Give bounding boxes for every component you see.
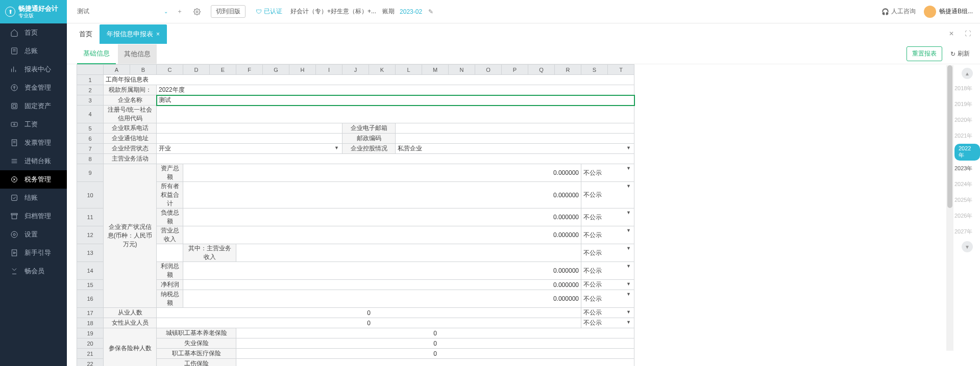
cell[interactable]: 0.000000 xyxy=(183,208,581,226)
nav-invoice[interactable]: 发票管理 xyxy=(0,134,67,152)
col-header[interactable]: M xyxy=(422,65,449,75)
publicity-select[interactable]: 不公示 xyxy=(581,262,634,280)
avatar[interactable] xyxy=(924,6,936,18)
col-header[interactable]: H xyxy=(289,65,316,75)
cell[interactable] xyxy=(396,134,634,144)
cell[interactable] xyxy=(157,154,634,164)
nav-close[interactable]: 结账 xyxy=(0,189,67,207)
publicity-select[interactable]: 不公示 xyxy=(581,280,634,290)
year-option[interactable]: 2027年 xyxy=(954,224,980,240)
col-header[interactable] xyxy=(77,65,104,75)
year-up-icon[interactable]: ▲ xyxy=(962,68,973,79)
company-name-cell[interactable]: 测试 xyxy=(157,95,634,106)
row-number[interactable]: 22 xyxy=(77,359,104,367)
row-number[interactable]: 16 xyxy=(77,290,104,308)
row-number[interactable]: 13 xyxy=(77,244,104,262)
cell[interactable] xyxy=(236,359,634,367)
year-option[interactable]: 2026年 xyxy=(954,208,980,224)
row-number[interactable]: 14 xyxy=(77,262,104,280)
cell[interactable]: 0 xyxy=(157,318,581,328)
col-header[interactable]: N xyxy=(449,65,475,75)
employees-cell[interactable]: 0 xyxy=(157,308,581,318)
close-icon[interactable]: × xyxy=(156,31,160,38)
cell[interactable]: 0.000000 xyxy=(183,182,581,208)
year-option[interactable]: 2020年 xyxy=(954,112,980,128)
col-header[interactable]: A xyxy=(104,65,130,75)
cell[interactable]: 0.000000 xyxy=(183,226,581,244)
scroll-thumb[interactable] xyxy=(947,65,952,208)
publicity-select[interactable]: 不公示 xyxy=(581,226,634,244)
cell[interactable] xyxy=(157,106,634,123)
close-all-icon[interactable]: ✕ xyxy=(944,27,959,41)
cell[interactable]: 0.000000 xyxy=(183,164,581,182)
tax-period-value[interactable]: 2022年度 xyxy=(157,85,634,95)
row-number[interactable]: 4 xyxy=(77,106,104,123)
row-number[interactable]: 5 xyxy=(77,123,104,134)
col-header[interactable]: D xyxy=(183,65,210,75)
nav-settings[interactable]: 设置 xyxy=(0,225,67,244)
tab-annual-report[interactable]: 年报信息申报表 × xyxy=(100,24,167,44)
nav-guide[interactable]: 新手引导 xyxy=(0,244,67,262)
grid[interactable]: ABCDEFGHIJKLMNOPQRST 1工商年报信息表2税款所属期间：202… xyxy=(77,64,634,366)
manual-service-button[interactable]: 🎧 人工咨询 xyxy=(881,7,916,16)
gear-icon[interactable] xyxy=(191,6,203,17)
year-option[interactable]: 2021年 xyxy=(954,128,980,144)
cell[interactable]: 0 xyxy=(236,328,634,338)
row-number[interactable]: 19 xyxy=(77,328,104,338)
cell[interactable]: 不公示 xyxy=(581,308,634,318)
cell[interactable]: 0 xyxy=(236,349,634,359)
publicity-select[interactable]: 不公示 xyxy=(581,208,634,226)
refresh-button[interactable]: ↻ 刷新 xyxy=(950,49,970,58)
nav-chart[interactable]: 报表中心 xyxy=(0,60,67,79)
row-number[interactable]: 12 xyxy=(77,226,104,244)
cell[interactable] xyxy=(236,244,581,262)
row-number[interactable]: 15 xyxy=(77,280,104,290)
col-header[interactable]: I xyxy=(316,65,342,75)
row-number[interactable]: 6 xyxy=(77,134,104,144)
reset-button[interactable]: 重置报表 xyxy=(906,46,942,61)
row-number[interactable]: 8 xyxy=(77,154,104,164)
publicity-select[interactable]: 不公示 xyxy=(581,290,634,308)
col-header[interactable]: E xyxy=(210,65,236,75)
col-header[interactable]: L xyxy=(396,65,422,75)
col-header[interactable]: B xyxy=(130,65,157,75)
col-header[interactable]: T xyxy=(608,65,634,75)
nav-vip[interactable]: 畅会员 xyxy=(0,262,67,280)
certified-badge[interactable]: 🛡 已认证 xyxy=(256,7,282,16)
subtab-other[interactable]: 其他信息 xyxy=(118,44,157,64)
year-option[interactable]: 2019年 xyxy=(954,96,980,112)
row-number[interactable]: 9 xyxy=(77,164,104,182)
row-number[interactable]: 17 xyxy=(77,308,104,318)
col-header[interactable]: G xyxy=(263,65,289,75)
row-number[interactable]: 20 xyxy=(77,338,104,349)
holding-select[interactable]: 私营企业 xyxy=(396,144,634,154)
row-number[interactable]: 11 xyxy=(77,208,104,226)
nav-ledger[interactable]: 总账 xyxy=(0,42,67,60)
row-number[interactable]: 3 xyxy=(77,95,104,106)
nav-archive[interactable]: 归档管理 xyxy=(0,207,67,225)
cell[interactable]: 0.000000 xyxy=(183,262,581,280)
row-number[interactable]: 21 xyxy=(77,349,104,359)
fullscreen-icon[interactable]: ⛶ xyxy=(961,27,975,41)
col-header[interactable]: J xyxy=(342,65,369,75)
nav-home[interactable]: 首页 xyxy=(0,23,67,42)
cell[interactable]: 0 xyxy=(236,338,634,349)
col-header[interactable]: Q xyxy=(528,65,555,75)
period-value[interactable]: 2023-02 xyxy=(400,8,422,15)
col-header[interactable]: C xyxy=(157,65,183,75)
publicity-select[interactable]: 不公示 xyxy=(581,182,634,208)
year-option[interactable]: 2024年 xyxy=(954,176,980,192)
row-number[interactable]: 7 xyxy=(77,144,104,154)
nav-tax[interactable]: 税务管理 xyxy=(0,170,67,189)
year-option[interactable]: 2018年 xyxy=(954,81,980,96)
vertical-scrollbar[interactable] xyxy=(946,65,953,351)
year-down-icon[interactable]: ▼ xyxy=(962,241,973,252)
nav-inout[interactable]: 进销台账 xyxy=(0,152,67,170)
row-number[interactable]: 1 xyxy=(77,75,104,85)
subtab-basic[interactable]: 基础信息 xyxy=(77,44,116,64)
user-name[interactable]: 畅捷通B组... xyxy=(939,7,973,16)
cell[interactable]: 不公示 xyxy=(581,318,634,328)
nav-fund[interactable]: 资金管理 xyxy=(0,79,67,97)
nav-salary[interactable]: 工资 xyxy=(0,115,67,134)
col-header[interactable]: O xyxy=(475,65,502,75)
